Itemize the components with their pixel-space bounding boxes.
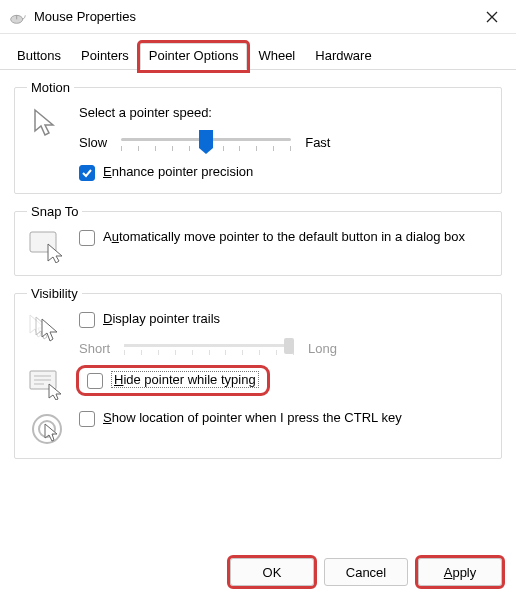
close-button[interactable] <box>474 3 510 31</box>
dialog-body: Motion Select a pointer speed: Slow Fas <box>0 70 516 548</box>
display-trails-checkbox[interactable]: Display pointer trails <box>79 311 489 328</box>
checkbox-box[interactable] <box>79 312 95 328</box>
slow-label: Slow <box>79 135 107 150</box>
tab-pointers[interactable]: Pointers <box>72 43 138 70</box>
pointer-speed-slider[interactable] <box>121 128 291 156</box>
display-trails-label: Display pointer trails <box>103 311 220 326</box>
tab-hardware[interactable]: Hardware <box>306 43 380 70</box>
checkbox-box[interactable] <box>79 230 95 246</box>
group-motion: Motion Select a pointer speed: Slow Fas <box>14 80 502 194</box>
checkbox-box[interactable] <box>79 411 95 427</box>
hide-typing-icon <box>27 368 67 400</box>
cursor-icon <box>27 105 67 141</box>
cancel-button[interactable]: Cancel <box>324 558 408 586</box>
dialog-button-bar: OK Cancel Apply <box>0 548 516 600</box>
short-label: Short <box>79 341 110 356</box>
auto-move-label: Automatically move pointer to the defaul… <box>103 229 465 244</box>
tab-buttons[interactable]: Buttons <box>8 43 70 70</box>
ok-button[interactable]: OK <box>230 558 314 586</box>
titlebar: Mouse Properties <box>0 0 516 34</box>
show-location-checkbox[interactable]: Show location of pointer when I press th… <box>79 410 489 427</box>
group-visibility-legend: Visibility <box>27 286 82 301</box>
trail-length-slider <box>124 336 294 360</box>
enhance-precision-checkbox[interactable]: Enhance pointer precision <box>79 164 489 181</box>
hide-typing-checkbox[interactable]: Hide pointer while typing <box>79 368 267 393</box>
mouse-icon <box>10 11 26 23</box>
checkbox-box[interactable] <box>79 165 95 181</box>
group-snap-to: Snap To Automatically move pointer to th… <box>14 204 502 276</box>
window-title: Mouse Properties <box>34 9 474 24</box>
trails-icon <box>27 311 67 343</box>
enhance-precision-label: Enhance pointer precision <box>103 164 253 179</box>
show-location-icon <box>27 410 67 446</box>
close-icon <box>486 11 498 23</box>
slider-thumb[interactable] <box>199 130 213 148</box>
select-speed-label: Select a pointer speed: <box>79 105 489 120</box>
auto-move-checkbox[interactable]: Automatically move pointer to the defaul… <box>79 229 489 246</box>
group-motion-legend: Motion <box>27 80 74 95</box>
check-icon <box>82 168 92 178</box>
show-location-label: Show location of pointer when I press th… <box>103 410 402 425</box>
mouse-properties-dialog: Mouse Properties Buttons Pointers Pointe… <box>0 0 516 600</box>
long-label: Long <box>308 341 337 356</box>
fast-label: Fast <box>305 135 330 150</box>
group-visibility: Visibility Display pointer trails <box>14 286 502 459</box>
tab-pointer-options[interactable]: Pointer Options <box>140 43 248 70</box>
checkbox-box[interactable] <box>87 373 103 389</box>
apply-button[interactable]: Apply <box>418 558 502 586</box>
slider-thumb <box>284 338 294 354</box>
group-snap-legend: Snap To <box>27 204 82 219</box>
snap-icon <box>27 229 67 263</box>
hide-typing-label: Hide pointer while typing <box>111 372 259 387</box>
tab-strip: Buttons Pointers Pointer Options Wheel H… <box>0 34 516 70</box>
tab-wheel[interactable]: Wheel <box>249 43 304 70</box>
